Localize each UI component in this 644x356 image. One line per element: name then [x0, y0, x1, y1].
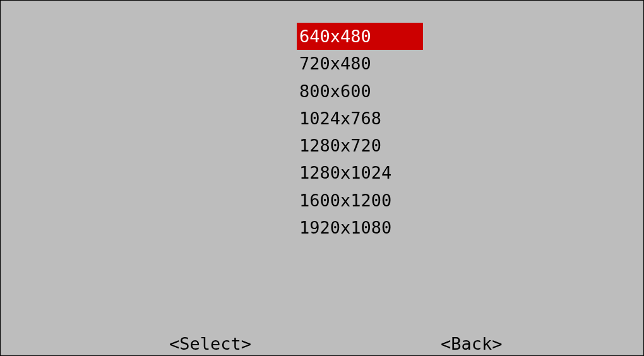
resolution-menu-list: 640x480 720x480 800x600 1024x768 1280x72… — [297, 23, 423, 241]
select-button[interactable]: <Select> — [169, 334, 251, 353]
back-button[interactable]: <Back> — [441, 334, 503, 353]
menu-item-640x480[interactable]: 640x480 — [297, 23, 423, 50]
menu-item-800x600[interactable]: 800x600 — [297, 78, 423, 105]
menu-item-1920x1080[interactable]: 1920x1080 — [297, 214, 423, 241]
menu-item-1280x1024[interactable]: 1280x1024 — [297, 159, 423, 186]
footer-buttons: <Select> <Back> — [1, 334, 643, 353]
menu-item-1024x768[interactable]: 1024x768 — [297, 105, 423, 132]
menu-item-1600x1200[interactable]: 1600x1200 — [297, 187, 423, 214]
menu-item-1280x720[interactable]: 1280x720 — [297, 132, 423, 159]
menu-item-720x480[interactable]: 720x480 — [297, 50, 423, 77]
